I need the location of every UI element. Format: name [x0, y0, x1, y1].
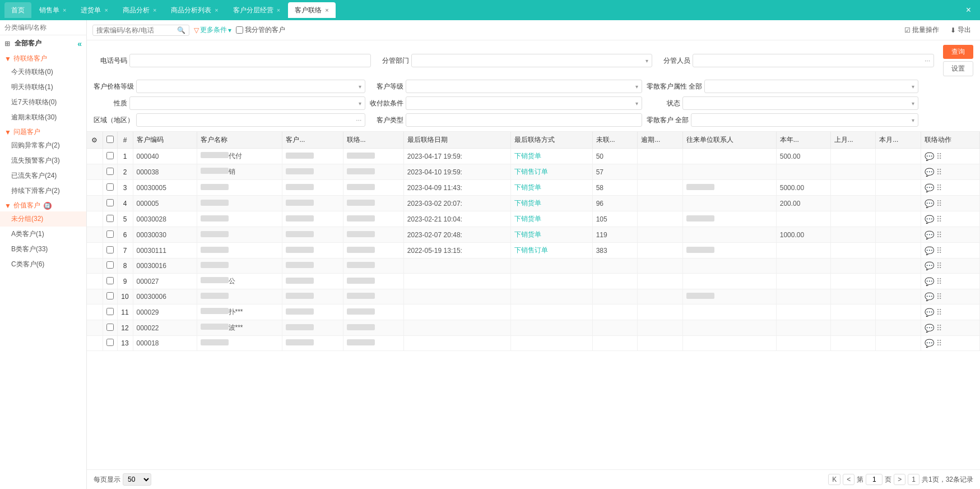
next-page-btn[interactable]: >: [894, 474, 905, 485]
last-method-link[interactable]: 下销售订单: [514, 168, 548, 176]
pending-group[interactable]: ▼ 待联络客户: [0, 52, 86, 64]
sidebar-item-overdue[interactable]: 逾期未联络(30): [0, 110, 86, 125]
row-check[interactable]: [106, 292, 114, 299]
more-action-icon[interactable]: ⠿: [936, 215, 942, 224]
last-method-link[interactable]: 下销货单: [514, 215, 541, 223]
tab-sales[interactable]: 销售单 ×: [32, 2, 73, 18]
status-select[interactable]: ▾: [682, 96, 918, 110]
reset-button[interactable]: 设置: [943, 61, 973, 76]
manager-input[interactable]: ···: [693, 54, 934, 67]
tab-customer-contact[interactable]: 客户联络 ×: [288, 2, 335, 18]
dept-select[interactable]: ▾: [411, 54, 653, 67]
sidebar-search-input[interactable]: [4, 24, 87, 31]
message-icon[interactable]: 💬: [925, 339, 934, 348]
row-check[interactable]: [106, 277, 114, 284]
last-method-link[interactable]: 下销货单: [514, 183, 541, 191]
row-check[interactable]: [106, 183, 114, 191]
message-icon[interactable]: 💬: [925, 324, 934, 333]
sidebar-item-class-c[interactable]: C类客户(6): [0, 257, 86, 272]
global-close-icon[interactable]: ×: [962, 5, 976, 15]
all-customers-header[interactable]: ⊞ 全部客户 «: [0, 35, 86, 52]
message-icon[interactable]: 💬: [925, 199, 934, 208]
check-cell[interactable]: [103, 164, 117, 180]
tab-product-analysis[interactable]: 商品分析 ×: [116, 2, 163, 18]
message-icon[interactable]: 💬: [925, 292, 934, 301]
last-method-link[interactable]: 下销售订单: [514, 246, 548, 254]
check-all-col[interactable]: [103, 132, 117, 149]
query-button[interactable]: 查询: [943, 45, 973, 59]
check-cell[interactable]: [103, 243, 117, 259]
close-customer-segment-icon[interactable]: ×: [277, 7, 280, 13]
sidebar-item-7days[interactable]: 近7天待联络(0): [0, 95, 86, 110]
credit-group[interactable]: ▼ 价值客户 🔄: [0, 199, 86, 211]
row-check[interactable]: [106, 339, 114, 346]
collapse-sidebar-icon[interactable]: «: [77, 39, 82, 48]
settings-col[interactable]: ⚙: [87, 132, 103, 149]
message-icon[interactable]: 💬: [925, 261, 934, 270]
message-icon[interactable]: 💬: [925, 215, 934, 224]
check-cell[interactable]: [103, 259, 117, 274]
more-action-icon[interactable]: ⠿: [936, 246, 942, 255]
sidebar-item-today[interactable]: 今天待联络(0): [0, 64, 86, 80]
more-action-icon[interactable]: ⠿: [936, 292, 942, 301]
row-check[interactable]: [106, 152, 114, 159]
message-icon[interactable]: 💬: [925, 277, 934, 286]
close-purchase-icon[interactable]: ×: [104, 7, 108, 13]
retail-attr-select[interactable]: ▾: [704, 80, 918, 93]
my-customers-check[interactable]: [236, 26, 243, 34]
search-input[interactable]: [96, 26, 175, 34]
tab-purchase[interactable]: 进货单 ×: [74, 2, 114, 18]
sidebar-item-declining[interactable]: 持续下滑客户(2): [0, 183, 86, 199]
more-action-icon[interactable]: ⠿: [936, 199, 942, 208]
batch-operation-btn[interactable]: ☑ 批量操作: [901, 24, 942, 36]
more-action-icon[interactable]: ⠿: [936, 230, 942, 239]
more-action-icon[interactable]: ⠿: [936, 168, 942, 177]
check-cell[interactable]: [103, 227, 117, 243]
my-customers-checkbox[interactable]: 我分管的客户: [236, 25, 285, 35]
last-method-link[interactable]: 下销货单: [514, 199, 541, 207]
row-check[interactable]: [106, 308, 114, 315]
sidebar-item-churn-warning[interactable]: 流失预警客户(3): [0, 153, 86, 168]
first-page-btn[interactable]: K: [828, 474, 840, 485]
message-icon[interactable]: 💬: [925, 230, 934, 239]
last-method-link[interactable]: 下销货单: [514, 152, 541, 160]
page-number-input[interactable]: [866, 474, 883, 485]
more-conditions-btn[interactable]: ▽ 更多条件 ▾: [194, 25, 231, 35]
message-icon[interactable]: 💬: [925, 183, 934, 192]
more-action-icon[interactable]: ⠿: [936, 152, 942, 161]
nature-select[interactable]: ▾: [129, 96, 365, 110]
tab-product-list[interactable]: 商品分析列表 ×: [164, 2, 225, 18]
row-check[interactable]: [106, 199, 114, 206]
message-icon[interactable]: 💬: [925, 168, 934, 177]
check-cell[interactable]: [103, 305, 117, 320]
check-cell[interactable]: [103, 149, 117, 164]
check-cell[interactable]: [103, 211, 117, 227]
tab-home[interactable]: 首页: [4, 2, 31, 18]
customer-type-input[interactable]: [406, 113, 642, 127]
sidebar-item-ungroup[interactable]: 未分组(32): [0, 211, 86, 227]
last-page-btn[interactable]: 1: [908, 474, 919, 485]
more-action-icon[interactable]: ⠿: [936, 183, 942, 192]
close-customer-contact-icon[interactable]: ×: [325, 7, 328, 13]
sidebar-item-churned[interactable]: 已流失客户(24): [0, 168, 86, 183]
sidebar-item-class-a[interactable]: A类客户(1): [0, 227, 86, 242]
search-icon[interactable]: 🔍: [177, 26, 185, 34]
check-cell[interactable]: [103, 320, 117, 336]
retail-customer-select[interactable]: ▾: [691, 113, 918, 127]
sidebar-item-class-b[interactable]: B类客户(33): [0, 242, 86, 257]
row-check[interactable]: [106, 168, 114, 175]
close-product-analysis-icon[interactable]: ×: [153, 7, 156, 13]
phone-input[interactable]: [129, 54, 371, 67]
last-method-link[interactable]: 下销货单: [514, 230, 541, 238]
sidebar-item-abnormal[interactable]: 回购异常客户(2): [0, 138, 86, 153]
more-action-icon[interactable]: ⠿: [936, 339, 942, 348]
sidebar-item-tomorrow[interactable]: 明天待联络(1): [0, 80, 86, 95]
per-page-dropdown[interactable]: 50 100 200: [123, 473, 151, 486]
region-select[interactable]: ···: [136, 113, 365, 127]
message-icon[interactable]: 💬: [925, 246, 934, 255]
more-action-icon[interactable]: ⠿: [936, 261, 942, 270]
more-action-icon[interactable]: ⠿: [936, 324, 942, 333]
row-check[interactable]: [106, 246, 114, 253]
payment-select[interactable]: ▾: [406, 96, 642, 110]
check-cell[interactable]: [103, 289, 117, 305]
